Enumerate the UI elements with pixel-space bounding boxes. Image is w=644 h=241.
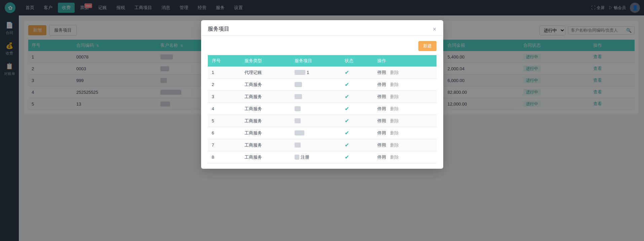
modal-cell-status: ✔: [341, 115, 374, 127]
modal-cell-status: ✔: [341, 79, 374, 91]
modal-cell-item: [291, 139, 341, 151]
modal-cell-actions: 停用 删除: [373, 79, 436, 91]
blurred-item: [295, 106, 301, 111]
delete-button[interactable]: 删除: [390, 130, 399, 135]
modal-scroll-area[interactable]: 序号 服务类型 服务项目 状态 操作 1 代理记账 1 ✔: [208, 55, 437, 163]
modal-table-row: 1 代理记账 1 ✔ 停用 删除: [208, 67, 437, 79]
modal-cell-status: ✔: [341, 139, 374, 151]
service-table: 序号 服务类型 服务项目 状态 操作 1 代理记账 1 ✔: [208, 55, 437, 163]
disable-button[interactable]: 停用: [377, 106, 386, 111]
status-check-icon: ✔: [345, 142, 349, 148]
modal-table-row: 3 工商服务 ✔ 停用 删除: [208, 91, 437, 103]
modal-cell-seq: 5: [208, 115, 241, 127]
modal-cell-item: [291, 103, 341, 115]
modal-table-row: 6 工商服务 ✔ 停用 删除: [208, 127, 437, 139]
delete-button[interactable]: 删除: [390, 118, 399, 123]
status-check-icon: ✔: [345, 106, 349, 112]
status-check-icon: ✔: [345, 70, 349, 75]
modal-new-button[interactable]: 新建: [418, 41, 437, 51]
modal-header: 服务项目 ×: [201, 20, 443, 36]
modal-cell-seq: 2: [208, 79, 241, 91]
blurred-item: [295, 70, 306, 75]
status-check-icon: ✔: [345, 154, 349, 160]
blurred-item: [295, 94, 302, 99]
modal-cell-status: ✔: [341, 127, 374, 139]
modal-cell-actions: 停用 删除: [373, 139, 436, 151]
blurred-item: [295, 118, 301, 123]
modal-table-row: 7 工商服务 ✔ 停用 删除: [208, 139, 437, 151]
status-check-icon: ✔: [345, 118, 349, 124]
disable-button[interactable]: 停用: [377, 82, 386, 87]
blurred-item: [295, 155, 299, 160]
disable-button[interactable]: 停用: [377, 130, 386, 135]
modal-cell-status: ✔: [341, 67, 374, 79]
disable-button[interactable]: 停用: [377, 118, 386, 123]
modal-cell-actions: 停用 删除: [373, 151, 436, 163]
blurred-item: [295, 82, 302, 87]
modal-cell-type: 代理记账: [240, 67, 291, 79]
delete-button[interactable]: 删除: [390, 94, 399, 99]
modal-cell-actions: 停用 删除: [373, 103, 436, 115]
modal-cell-actions: 停用 删除: [373, 91, 436, 103]
blurred-item: [295, 130, 304, 135]
modal-cell-item: [291, 91, 341, 103]
disable-button[interactable]: 停用: [377, 143, 386, 148]
modal-col-action: 操作: [373, 55, 436, 67]
modal-cell-status: ✔: [341, 103, 374, 115]
disable-button[interactable]: 停用: [377, 70, 386, 75]
modal-close-button[interactable]: ×: [433, 26, 437, 32]
service-modal: 服务项目 × 新建 序号 服务类型 服务项目 状态 操作: [201, 20, 443, 169]
modal-cell-type: 工商服务: [240, 151, 291, 163]
modal-cell-type: 工商服务: [240, 79, 291, 91]
modal-cell-item: 1: [291, 67, 341, 79]
delete-button[interactable]: 删除: [390, 155, 399, 160]
delete-button[interactable]: 删除: [390, 143, 399, 148]
modal-table-row: 4 工商服务 ✔ 停用 删除: [208, 103, 437, 115]
blurred-item: [295, 143, 301, 148]
modal-table-row: 5 工商服务 ✔ 停用 删除: [208, 115, 437, 127]
modal-col-status: 状态: [341, 55, 374, 67]
modal-cell-actions: 停用 删除: [373, 115, 436, 127]
modal-cell-actions: 停用 删除: [373, 67, 436, 79]
status-check-icon: ✔: [345, 130, 349, 136]
status-check-icon: ✔: [345, 94, 349, 99]
modal-cell-seq: 7: [208, 139, 241, 151]
modal-cell-status: ✔: [341, 151, 374, 163]
modal-cell-actions: 停用 删除: [373, 127, 436, 139]
modal-cell-seq: 3: [208, 91, 241, 103]
modal-cell-type: 工商服务: [240, 115, 291, 127]
modal-overlay: 服务项目 × 新建 序号 服务类型 服务项目 状态 操作: [0, 0, 644, 241]
modal-table-row: 2 工商服务 ✔ 停用 删除: [208, 79, 437, 91]
status-check-icon: ✔: [345, 82, 349, 87]
delete-button[interactable]: 删除: [390, 70, 399, 75]
modal-body: 新建 序号 服务类型 服务项目 状态 操作: [201, 36, 443, 169]
modal-cell-type: 工商服务: [240, 127, 291, 139]
modal-cell-item: [291, 115, 341, 127]
modal-col-type: 服务类型: [240, 55, 291, 67]
modal-col-item: 服务项目: [291, 55, 341, 67]
modal-cell-item: [291, 127, 341, 139]
modal-cell-seq: 8: [208, 151, 241, 163]
modal-cell-item: [291, 79, 341, 91]
modal-cell-status: ✔: [341, 91, 374, 103]
modal-col-seq: 序号: [208, 55, 241, 67]
modal-cell-seq: 4: [208, 103, 241, 115]
delete-button[interactable]: 删除: [390, 82, 399, 87]
modal-cell-type: 工商服务: [240, 103, 291, 115]
modal-cell-item: 注册: [291, 151, 341, 163]
modal-cell-type: 工商服务: [240, 139, 291, 151]
modal-cell-type: 工商服务: [240, 91, 291, 103]
modal-title: 服务项目: [208, 26, 229, 33]
modal-table-row: 8 工商服务 注册 ✔ 停用 删除: [208, 151, 437, 163]
delete-button[interactable]: 删除: [390, 106, 399, 111]
modal-toolbar: 新建: [208, 41, 437, 51]
disable-button[interactable]: 停用: [377, 155, 386, 160]
disable-button[interactable]: 停用: [377, 94, 386, 99]
modal-cell-seq: 1: [208, 67, 241, 79]
modal-cell-seq: 6: [208, 127, 241, 139]
